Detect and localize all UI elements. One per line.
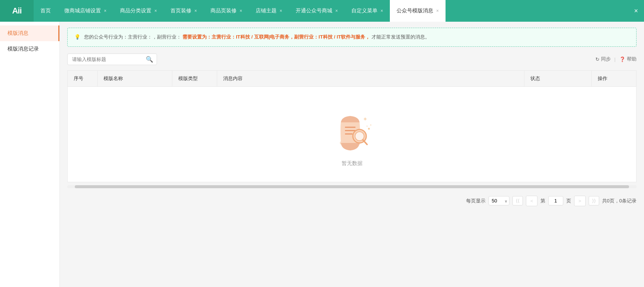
nav-item-template-msg[interactable]: 公众号模版消息 × bbox=[390, 0, 446, 22]
page-suffix: 页 bbox=[566, 198, 571, 204]
close-all-button[interactable]: × bbox=[634, 7, 638, 15]
empty-text: 暂无数据 bbox=[68, 160, 636, 167]
search-input[interactable] bbox=[67, 54, 157, 65]
prev-page-button[interactable]: ＜ bbox=[526, 196, 537, 206]
nav-label-home: 首页 bbox=[40, 7, 51, 14]
nav-label-open-wechat: 开通公众号商城 bbox=[296, 7, 332, 14]
nav-item-shop-theme[interactable]: 店铺主题 × bbox=[249, 0, 289, 22]
notice-icon: 💡 bbox=[74, 34, 80, 40]
search-bar: 🔍 ↻ 同步 | ❓ 帮助 bbox=[67, 54, 637, 65]
empty-state: 暂无数据 bbox=[68, 87, 636, 182]
horizontal-scrollbar[interactable] bbox=[67, 185, 637, 188]
nav-item-product-category[interactable]: 商品分类设置 × bbox=[113, 0, 164, 22]
page-size-select[interactable]: 10 20 50 100 bbox=[489, 196, 509, 205]
svg-point-11 bbox=[368, 128, 370, 129]
close-icon-custom-menu[interactable]: × bbox=[380, 8, 383, 13]
help-icon: ❓ bbox=[619, 57, 625, 62]
sidebar-item-template-record[interactable]: 模版消息记录 bbox=[0, 41, 59, 57]
nav-label-shop-theme: 店铺主题 bbox=[256, 7, 277, 14]
page-size-wrap: 10 20 50 100 bbox=[489, 196, 509, 205]
close-icon-shop-theme[interactable]: × bbox=[280, 8, 282, 13]
last-page-button[interactable]: ⟩⟩ bbox=[589, 196, 599, 205]
page-label: 第 bbox=[540, 198, 545, 204]
search-icon[interactable]: 🔍 bbox=[146, 56, 153, 63]
sync-label: 同步 bbox=[601, 56, 611, 62]
close-icon-product-page[interactable]: × bbox=[240, 8, 242, 13]
first-page-button[interactable]: ⟨⟨ bbox=[512, 196, 523, 205]
col-header-name: 模版名称 bbox=[98, 70, 172, 86]
notice-suffix: 才能正常发送预置的消息。 bbox=[372, 34, 430, 40]
search-input-wrap: 🔍 bbox=[67, 54, 157, 65]
sidebar-item-template-msg[interactable]: 模版消息 bbox=[0, 25, 59, 41]
col-header-actions: 操作 bbox=[592, 70, 637, 86]
app-logo: Aii bbox=[0, 0, 34, 22]
nav-item-home[interactable]: 首页 bbox=[34, 0, 58, 22]
nav-label-home-decor: 首页装修 bbox=[170, 7, 191, 14]
total-info: 共0页，0条记录 bbox=[602, 198, 637, 204]
close-icon-home-decor[interactable]: × bbox=[194, 8, 197, 13]
data-table: 序号 模版名称 模版类型 消息内容 状态 操作 bbox=[67, 70, 637, 182]
notice-box: 💡 您的公众号行业为：主营行业：，副营行业： 需要设置为：主营行业：IT科技 /… bbox=[67, 28, 637, 47]
nav-item-home-decor[interactable]: 首页装修 × bbox=[164, 0, 204, 22]
nav-item-open-wechat[interactable]: 开通公众号商城 × bbox=[289, 0, 345, 22]
scroll-thumb[interactable] bbox=[75, 185, 629, 188]
close-icon-weshop[interactable]: × bbox=[104, 8, 107, 13]
col-header-content: 消息内容 bbox=[217, 70, 524, 86]
nav-item-weshop[interactable]: 微商城店铺设置 × bbox=[58, 0, 113, 22]
content-area: 💡 您的公众号行业为：主营行业：，副营行业： 需要设置为：主营行业：IT科技 /… bbox=[60, 22, 644, 287]
sidebar: 模版消息 模版消息记录 bbox=[0, 22, 60, 287]
close-icon-open-wechat[interactable]: × bbox=[335, 8, 338, 13]
nav-label-product-category: 商品分类设置 bbox=[120, 7, 151, 14]
top-navigation: Aii 首页 微商城店铺设置 × 商品分类设置 × 首页装修 × 商品页装修 ×… bbox=[0, 0, 644, 22]
close-icon-template-msg[interactable]: × bbox=[436, 8, 439, 13]
page-number-input[interactable] bbox=[548, 196, 563, 205]
help-button[interactable]: ❓ 帮助 bbox=[619, 56, 637, 62]
notice-highlight: 需要设置为：主营行业：IT科技 / 互联网|电子商务，副营行业：IT科技 / I… bbox=[182, 34, 370, 40]
sync-button[interactable]: ↻ 同步 bbox=[595, 56, 611, 62]
toolbar-divider: | bbox=[614, 57, 616, 62]
page-size-label: 每页显示 bbox=[466, 198, 486, 204]
svg-point-12 bbox=[370, 124, 371, 125]
svg-point-13 bbox=[366, 125, 367, 126]
help-label: 帮助 bbox=[627, 56, 637, 62]
close-icon-product-category[interactable]: × bbox=[154, 8, 157, 13]
empty-illustration bbox=[330, 109, 375, 154]
nav-item-custom-menu[interactable]: 自定义菜单 × bbox=[345, 0, 390, 22]
toolbar-right: ↻ 同步 | ❓ 帮助 bbox=[595, 56, 637, 62]
table-empty-row: 暂无数据 bbox=[68, 86, 637, 182]
nav-label-weshop: 微商城店铺设置 bbox=[64, 7, 101, 14]
table-header-row: 序号 模版名称 模版类型 消息内容 状态 操作 bbox=[68, 70, 637, 86]
nav-label-template-msg: 公众号模版消息 bbox=[397, 7, 433, 14]
nav-label-product-page: 商品页装修 bbox=[210, 7, 237, 14]
col-header-index: 序号 bbox=[68, 70, 98, 86]
nav-item-product-page[interactable]: 商品页装修 × bbox=[204, 0, 249, 22]
empty-svg bbox=[330, 109, 375, 154]
main-layout: 模版消息 模版消息记录 💡 您的公众号行业为：主营行业：，副营行业： 需要设置为… bbox=[0, 22, 644, 287]
pagination: 每页显示 10 20 50 100 ⟨⟨ ＜ 第 页 ＞ ⟩⟩ 共0页，0条记录 bbox=[67, 191, 637, 208]
col-header-type: 模版类型 bbox=[172, 70, 217, 86]
notice-prefix: 您的公众号行业为：主营行业：，副营行业： bbox=[84, 34, 181, 40]
sync-icon: ↻ bbox=[595, 57, 600, 62]
nav-label-custom-menu: 自定义菜单 bbox=[351, 7, 378, 14]
next-page-button[interactable]: ＞ bbox=[574, 196, 586, 206]
col-header-status: 状态 bbox=[524, 70, 592, 86]
